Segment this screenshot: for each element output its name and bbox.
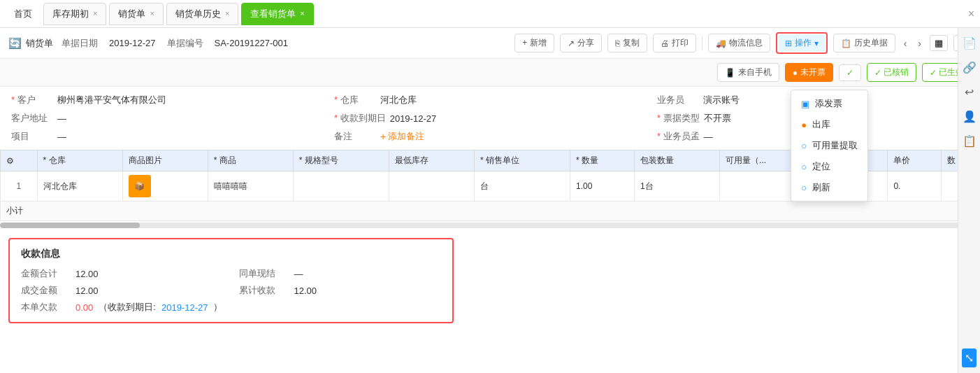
panel-undo-icon[interactable]: ↩ (962, 83, 977, 101)
product-image: 📦 (129, 175, 151, 197)
menu-outbound[interactable]: ● 出库 (791, 114, 867, 135)
tab-sales-history[interactable]: 销货单历史 × (166, 3, 238, 25)
new-button[interactable]: + 新增 (514, 34, 554, 52)
total-amount-row: 金额合计 12.00 (21, 267, 222, 280)
print-button[interactable]: 🖨 打印 (653, 34, 696, 52)
address-value: — (57, 113, 66, 124)
from-phone-button[interactable]: 📱 来自手机 (717, 63, 779, 82)
grid-view-icon: ▦ (935, 38, 943, 48)
tab-view-sales-label: 查看销货单 (250, 8, 296, 20)
menu-refresh[interactable]: ○ 刷新 (791, 177, 867, 198)
menu-locate[interactable]: ○ 定位 (791, 156, 867, 177)
due-row: 本单欠款 0.00 （收款到期日: 2019-12-27 ） (21, 301, 222, 314)
col-unit: * 销售单位 (474, 150, 570, 171)
add-note-link[interactable]: + 添加备注 (380, 130, 424, 143)
deal-amount-row: 成交金额 12.00 (21, 284, 222, 297)
tab-home-label: 首页 (14, 8, 32, 20)
tab-view-sales-close[interactable]: × (300, 10, 304, 17)
doc-icon: 🔄 (8, 37, 22, 50)
customer-row: 客户 柳州粤港平安气体有限公司 (11, 94, 323, 106)
panel-note-icon[interactable]: 📋 (960, 132, 979, 150)
next-button[interactable]: › (915, 36, 924, 50)
row-spec (293, 171, 389, 202)
number-label: 单据编号 (167, 37, 203, 50)
ops-dropdown-menu: ▣ 添发票 ● 出库 ○ 可用量提取 ○ 定位 ○ 刷新 (791, 90, 868, 202)
row-unit: 台 (474, 171, 570, 202)
row-qty: 1.00 (570, 171, 634, 202)
subtotal-row: 小计 (1, 202, 980, 221)
tab-inventory-close[interactable]: × (93, 10, 97, 17)
share-button[interactable]: ↗ 分享 (560, 34, 602, 52)
due-value: 0.00 (75, 302, 93, 313)
staff-value: 演示账号 (703, 94, 740, 106)
copy-button[interactable]: ⎘ 复制 (607, 34, 647, 52)
refresh-icon: ○ (801, 183, 807, 193)
payment-box: 收款信息 金额合计 12.00 同单现结 — 成交金额 12.00 (8, 238, 454, 323)
tab-bar-close[interactable]: × (968, 8, 974, 20)
row-num: 1 (1, 171, 38, 202)
payment-due-label: 收款到期日 (334, 112, 386, 125)
tab-sales-history-label: 销货单历史 (175, 8, 221, 20)
tab-inventory[interactable]: 库存期初 × (43, 3, 106, 25)
tab-sales-close[interactable]: × (150, 10, 154, 17)
project-value: — (57, 132, 66, 142)
tab-bar: 首页 库存期初 × 销货单 × 销货单历史 × 查看销货单 × × (0, 0, 980, 28)
note-row: 备注 + 添加备注 (334, 130, 646, 143)
toolbar-left: 🔄 销货单 单据日期 2019-12-27 单据编号 SA-20191227-0… (8, 37, 288, 50)
tab-sales[interactable]: 销货单 × (109, 3, 163, 25)
col-product: * 商品 (208, 150, 293, 171)
due-label: 本单欠款 (21, 301, 70, 314)
check-icon: ✓ (846, 68, 853, 78)
copy-icon: ⎘ (615, 38, 620, 48)
table-scrollbar[interactable] (0, 223, 980, 228)
already-checked-button[interactable]: ✓ 已核销 (867, 63, 916, 82)
prev-button[interactable]: ‹ (901, 36, 910, 50)
ops-icon: ⊞ (785, 38, 792, 48)
cumulative-value: 12.00 (294, 286, 317, 296)
number-value: SA-20191227-001 (215, 38, 289, 48)
total-amount-label: 金额合计 (21, 267, 70, 280)
panel-link-icon[interactable]: 🔗 (960, 58, 979, 77)
not-opened-button[interactable]: ● 未开票 (785, 63, 833, 82)
logistics-icon: 🚚 (716, 38, 726, 48)
due-note: （收款到期日: (99, 301, 156, 314)
history-button[interactable]: 📋 历史单据 (833, 34, 895, 52)
col-product-img: 商品图片 (122, 150, 208, 171)
menu-available-qty[interactable]: ○ 可用量提取 (791, 135, 867, 156)
divider (702, 36, 702, 50)
refresh-label: 刷新 (812, 181, 830, 194)
doc-meta: 单据日期 2019-12-27 单据编号 SA-20191227-001 (62, 37, 288, 50)
panel-user-icon[interactable]: 👤 (960, 107, 979, 126)
row-pack-qty: 1台 (635, 171, 720, 202)
col-spec: * 规格型号 (293, 150, 389, 171)
panel-expand-icon[interactable]: ⤡ (962, 349, 977, 367)
cumulative-label: 累计收款 (239, 284, 288, 297)
tab-home[interactable]: 首页 (6, 3, 41, 25)
deal-amount-label: 成交金额 (21, 284, 70, 297)
row-min-stock (389, 171, 474, 202)
phone-icon: 📱 (725, 68, 735, 78)
project-row: 项目 — (11, 130, 323, 143)
same-order-row: 同单现结 — (239, 267, 440, 280)
col-min-stock: 最低库存 (389, 150, 474, 171)
total-amount-value: 12.00 (75, 269, 99, 279)
logistics-button[interactable]: 🚚 物流信息 (708, 34, 770, 52)
deal-amount-value: 12.00 (75, 286, 99, 296)
tab-inventory-label: 库存期初 (52, 8, 89, 20)
col-qty: * 数量 (570, 150, 634, 171)
checked-icon: ✓ (874, 68, 881, 78)
row-warehouse: 河北仓库 (37, 171, 122, 202)
panel-doc-icon[interactable]: 📄 (960, 34, 979, 52)
history-icon: 📋 (841, 38, 851, 48)
col-gear[interactable]: ⚙ (1, 150, 38, 171)
print-icon: 🖨 (661, 38, 669, 48)
payment-grid: 金额合计 12.00 同单现结 — 成交金额 12.00 累计收款 12.00 (21, 267, 441, 314)
check-icon-button[interactable]: ✓ (839, 64, 861, 81)
tab-sales-history-close[interactable]: × (225, 10, 229, 17)
tab-view-sales[interactable]: 查看销货单 × (241, 3, 313, 25)
toolbar: 🔄 销货单 单据日期 2019-12-27 单据编号 SA-20191227-0… (0, 28, 980, 59)
menu-add-invoice[interactable]: ▣ 添发票 (791, 93, 867, 114)
ops-highlight: ⊞ 操作 ▾ (776, 32, 828, 54)
grid-view-button[interactable]: ▦ (930, 35, 948, 51)
ops-button[interactable]: ⊞ 操作 ▾ (778, 34, 826, 52)
